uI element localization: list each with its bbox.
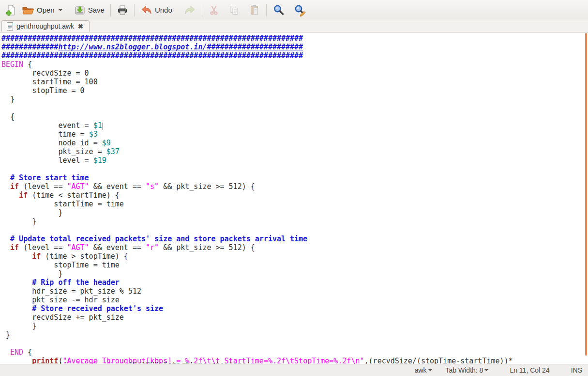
tab-width-selector[interactable]: Tab Width: 8 xyxy=(446,366,489,374)
code-line: stopTime = time xyxy=(1,261,588,269)
code-line: # Store start time xyxy=(1,173,588,182)
code-line: BEGIN { xyxy=(1,60,588,69)
text-cursor xyxy=(103,123,103,130)
code-line: # Rip off the header xyxy=(1,278,588,287)
code-line: } xyxy=(1,217,588,226)
language-dropdown-caret xyxy=(428,369,432,371)
code-line: # Store received packet's size xyxy=(1,304,588,313)
new-document-button[interactable] xyxy=(3,3,19,17)
language-label: awk xyxy=(415,366,427,374)
code-line: hdr_size = pkt_size % 512 xyxy=(1,287,588,296)
code-line: node_id = $9 xyxy=(1,139,588,147)
undo-button[interactable]: Undo xyxy=(138,3,175,17)
code-editor[interactable]: ########################################… xyxy=(0,32,588,364)
cut-scissors-icon xyxy=(208,4,220,16)
code-line: } xyxy=(1,322,588,330)
code-line: # Update total received packets' size an… xyxy=(1,235,588,243)
undo-icon xyxy=(140,4,152,16)
paste-clipboard-icon xyxy=(249,4,260,16)
code-line: time = $3 xyxy=(1,130,588,139)
open-button-label: Open xyxy=(37,6,55,14)
code-line xyxy=(1,104,588,112)
print-icon xyxy=(117,4,128,16)
find-button[interactable] xyxy=(270,2,287,18)
tab-width-label: Tab Width: 8 xyxy=(446,366,483,374)
toolbar-separator xyxy=(266,4,267,16)
code-line: pkt_size = $37 xyxy=(1,147,588,156)
undo-button-label: Undo xyxy=(155,6,172,14)
code-line: pkt_size -= hdr_size xyxy=(1,296,588,304)
save-button-label: Save xyxy=(88,6,105,14)
redo-icon xyxy=(184,4,196,16)
open-folder-icon xyxy=(22,4,34,16)
code-line: ########################################… xyxy=(1,34,588,43)
code-line: } xyxy=(1,269,588,278)
code-line: } xyxy=(1,208,588,217)
code-line: startTime = time xyxy=(1,200,588,208)
code-line: if (level == "AGT" && event == "r" && pk… xyxy=(1,243,588,252)
tab-genthroughput[interactable]: genthroughput.awk ✖ xyxy=(1,20,90,31)
code-line xyxy=(1,339,588,348)
code-line: #############http://www.ns2blogger.blogs… xyxy=(1,43,588,51)
code-line: ########################################… xyxy=(1,51,588,60)
code-line: stopTime = 0 xyxy=(1,86,588,95)
code-line: recvdSize = 0 xyxy=(1,69,588,78)
search-replace-icon xyxy=(294,4,307,16)
overlay-scrollbar-thumb[interactable] xyxy=(585,33,587,356)
paste-button[interactable] xyxy=(246,3,263,17)
code-line: if (level == "AGT" && event == "s" && pk… xyxy=(1,182,588,191)
search-icon xyxy=(272,4,285,16)
code-line: { xyxy=(1,112,588,121)
open-dropdown-caret[interactable] xyxy=(59,9,62,11)
cursor-position-indicator: Ln 11, Col 24 xyxy=(510,366,549,374)
toolbar-separator xyxy=(110,4,111,16)
tab-close-icon[interactable]: ✖ xyxy=(78,23,83,30)
replace-button[interactable] xyxy=(291,2,309,18)
code-line: } xyxy=(1,95,588,104)
toolbar-separator xyxy=(134,4,135,16)
document-icon xyxy=(6,22,14,31)
code-line: startTime = 100 xyxy=(1,78,588,86)
toolbar: Open Save xyxy=(0,0,588,20)
new-document-icon xyxy=(5,4,17,16)
code-line: if (time > stopTime) { xyxy=(1,252,588,261)
code-line xyxy=(1,165,588,173)
partial-clipped-line: printf("%.2f\t%.2f\n",(8/1000)*startTime… xyxy=(1,362,251,363)
copy-icon xyxy=(228,4,240,16)
save-icon xyxy=(74,4,86,16)
redo-button[interactable] xyxy=(181,3,198,17)
code-line: } xyxy=(1,330,588,339)
cut-button[interactable] xyxy=(206,3,222,17)
toolbar-separator xyxy=(202,4,202,16)
tab-title: genthroughput.awk xyxy=(16,22,74,30)
code-line: printf("%.2f\t%.2f\n",(8/1000)*startTime… xyxy=(1,362,251,363)
copy-button[interactable] xyxy=(226,3,242,17)
code-line: event = $1 xyxy=(1,121,588,130)
code-line: recvdSize += pkt_size xyxy=(1,313,588,322)
save-button[interactable]: Save xyxy=(72,3,107,17)
open-button[interactable]: Open xyxy=(19,3,65,17)
status-bar: awk Tab Width: 8 Ln 11, Col 24 INS xyxy=(0,364,588,376)
language-selector[interactable]: awk xyxy=(415,366,432,374)
code-text: ########################################… xyxy=(0,32,588,364)
code-line: END { xyxy=(1,348,588,357)
code-line: level = $19 xyxy=(1,156,588,165)
tab-bar: genthroughput.awk ✖ xyxy=(0,20,588,31)
code-line: if (time < startTime) { xyxy=(1,191,588,200)
insert-mode-indicator: INS xyxy=(571,366,582,374)
code-line xyxy=(1,226,588,235)
print-button[interactable] xyxy=(114,3,131,17)
tab-width-dropdown-caret xyxy=(484,369,488,371)
